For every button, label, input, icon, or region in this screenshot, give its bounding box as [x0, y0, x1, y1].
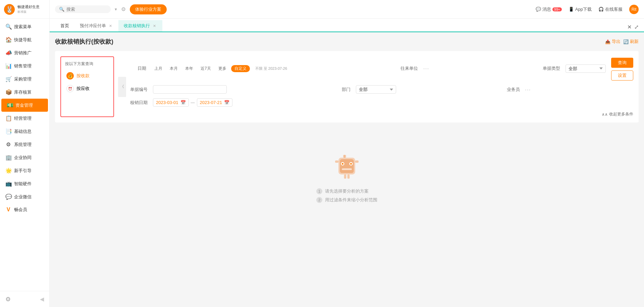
tab-close-all-button[interactable]: ✕	[627, 24, 632, 30]
bill-number-input[interactable]	[153, 85, 227, 94]
sidebar-item-label: 企业微信	[14, 194, 32, 200]
tip-1-text: 请先选择要分析的方案	[325, 188, 369, 194]
page-title: 收款核销执行(按收款)	[55, 38, 113, 46]
vip-icon: V	[5, 207, 11, 213]
sidebar-item-operation[interactable]: 📋 经营管理	[0, 112, 49, 125]
staff-label: 业务员	[504, 87, 520, 93]
sidebar-item-inventory[interactable]: 📦 库存核算	[0, 86, 49, 99]
date-tab-more[interactable]: 更多	[216, 65, 229, 72]
svg-rect-9	[335, 160, 338, 163]
wechat-icon: 💬	[5, 194, 11, 200]
sidebar-item-label: 采购管理	[14, 76, 32, 82]
tab-receipt-offset-close[interactable]: ✕	[152, 23, 157, 29]
staff-dots[interactable]: ···	[525, 87, 531, 92]
sidebar-item-wechat[interactable]: 💬 企业微信	[0, 190, 49, 203]
counterpart-dots[interactable]: ···	[423, 66, 429, 71]
topbar-search-box[interactable]: 🔍	[55, 5, 111, 13]
svg-point-5	[350, 163, 352, 165]
tip-1-number: 1	[316, 188, 322, 194]
sidebar-item-vip[interactable]: V 畅会员	[0, 203, 49, 216]
empty-tip-2: 2 用过滤条件来缩小分析范围	[316, 197, 377, 203]
tip-2-number: 2	[316, 197, 322, 203]
search-input[interactable]	[66, 7, 107, 12]
sidebar-item-finance[interactable]: 💵 资金管理	[1, 99, 48, 112]
tab-home[interactable]: 首页	[55, 20, 74, 32]
sidebar-item-basic-info[interactable]: 📑 基础信息	[0, 125, 49, 138]
basic-info-icon: 📑	[5, 128, 11, 135]
department-select[interactable]: 全部	[356, 85, 396, 94]
filter-by-receipt[interactable]: 💰 按收款	[61, 69, 113, 82]
search-icon: 🔍	[59, 7, 64, 12]
date-tab-custom[interactable]: 自定义	[231, 65, 250, 72]
logo-icon: 🐰	[4, 4, 15, 15]
topbar-right: 💬 消息 99+ 📱 App下载 🎧 在线客服 Rit	[536, 5, 639, 14]
online-service-label: 在线客服	[605, 6, 623, 12]
tab-receipt-offset[interactable]: 收款核销执行 ✕	[118, 20, 162, 32]
page-content: 收款核销执行(按收款) 📤 导出 🔄 刷新 按以下方案查询 💰 按收款	[50, 32, 644, 307]
sidebar-item-enterprise[interactable]: 🏢 企业协同	[0, 151, 49, 164]
tab-prepay-offset-close[interactable]: ✕	[108, 23, 113, 29]
sidebar-item-label: 系统管理	[14, 142, 32, 148]
sidebar-item-label: 经营管理	[14, 115, 32, 121]
topbar-chevron-icon[interactable]: ▾	[115, 7, 117, 12]
bill-type-label: 单据类型	[543, 65, 560, 71]
receivable-option-label: 按应收	[76, 86, 90, 92]
sidebar-item-label: 销售管理	[14, 63, 32, 69]
counterpart-label: 往来单位	[400, 65, 418, 71]
tab-expand-button[interactable]: ⤢	[634, 24, 639, 30]
date-tab-this-year[interactable]: 本年	[182, 65, 196, 72]
sidebar-item-purchase[interactable]: 🛒 采购管理	[0, 72, 49, 86]
date-range-note: 不限 至 2023-07-26	[255, 66, 287, 71]
sidebar-item-sales[interactable]: 📊 销售管理	[0, 59, 49, 72]
filter-collapse-button[interactable]: 《	[118, 77, 126, 97]
date-separator: —	[191, 100, 195, 105]
verify-date-start-value: 2023-03-01	[156, 100, 178, 105]
refresh-button[interactable]: 🔄 刷新	[623, 39, 639, 45]
date-tab-last-7days[interactable]: 近7天	[198, 65, 214, 72]
footer-collapse-icon[interactable]: ◀	[40, 296, 44, 302]
date-tab-this-month[interactable]: 本月	[167, 65, 180, 72]
date-tab-last-month[interactable]: 上月	[152, 65, 165, 72]
solution-button[interactable]: 体验行业方案	[130, 4, 167, 14]
messages-label: 消息	[542, 6, 551, 12]
filter-form: 日期 上月 本月 本年 近7天 更多 自定义 不限 至 2023-07-26 往…	[130, 56, 633, 117]
export-button[interactable]: 📤 导出	[605, 39, 621, 45]
page-header: 收款核销执行(按收款) 📤 导出 🔄 刷新	[55, 38, 639, 46]
date-tabs: 上月 本月 本年 近7天 更多 自定义	[152, 65, 250, 72]
app-download-icon: 📱	[569, 7, 574, 12]
tab-prepay-offset-label: 预付冲应付单	[80, 23, 106, 29]
settings-button[interactable]: 设置	[611, 70, 633, 81]
verify-date-start-input[interactable]: 2023-03-01 📅	[153, 98, 189, 107]
topbar-gear-icon[interactable]: ⚙	[121, 6, 126, 12]
bill-type-select[interactable]: 全部 收款单 退款单	[566, 64, 606, 73]
inventory-icon: 📦	[5, 89, 11, 95]
filter-by-receivable[interactable]: ⏰ 按应收	[61, 82, 113, 95]
user-avatar[interactable]: Rit	[629, 5, 639, 14]
collapse-more-conditions[interactable]: ∧∧ 收起更多条件	[130, 111, 633, 117]
sidebar-item-marketing[interactable]: 📣 营销推广	[0, 46, 49, 59]
svg-point-4	[342, 163, 343, 165]
sidebar-item-guide[interactable]: 🌟 新手引导	[0, 164, 49, 177]
footer-settings-icon[interactable]: ⚙	[5, 296, 11, 303]
sidebar-item-system[interactable]: ⚙ 系统管理	[0, 138, 49, 151]
system-icon: ⚙	[5, 141, 11, 148]
app-download-item[interactable]: 📱 App下载	[569, 6, 592, 12]
verify-date-end-input[interactable]: 2023-07-21 📅	[197, 98, 233, 107]
finance-icon: 💵	[7, 102, 13, 108]
online-service-item[interactable]: 🎧 在线客服	[598, 6, 623, 12]
tip-2-text: 用过滤条件来缩小分析范围	[325, 197, 377, 203]
tab-prepay-offset[interactable]: 预付冲应付单 ✕	[74, 20, 118, 32]
verify-date-label: 核销日期	[130, 100, 148, 106]
query-button[interactable]: 查询	[611, 58, 633, 68]
sidebar-item-hardware[interactable]: 📺 智能硬件	[0, 177, 49, 190]
messages-item[interactable]: 💬 消息 99+	[536, 6, 562, 12]
sidebar-item-quick-nav[interactable]: 🏠 快捷导航	[0, 33, 49, 46]
sidebar-footer: ⚙ ◀	[0, 291, 49, 307]
sidebar-item-search-menu[interactable]: 🔍 搜索菜单	[0, 20, 49, 33]
app-download-label: App下载	[575, 6, 592, 12]
sidebar-item-label: 畅会员	[14, 207, 27, 213]
messages-badge: 99+	[552, 7, 562, 11]
sales-icon: 📊	[5, 63, 11, 69]
sidebar-item-label: 基础信息	[14, 129, 32, 135]
sidebar-menu: 🔍 搜索菜单 🏠 快捷导航 📣 营销推广 📊 销售管理 🛒 采购管理 📦 库存核…	[0, 19, 49, 291]
